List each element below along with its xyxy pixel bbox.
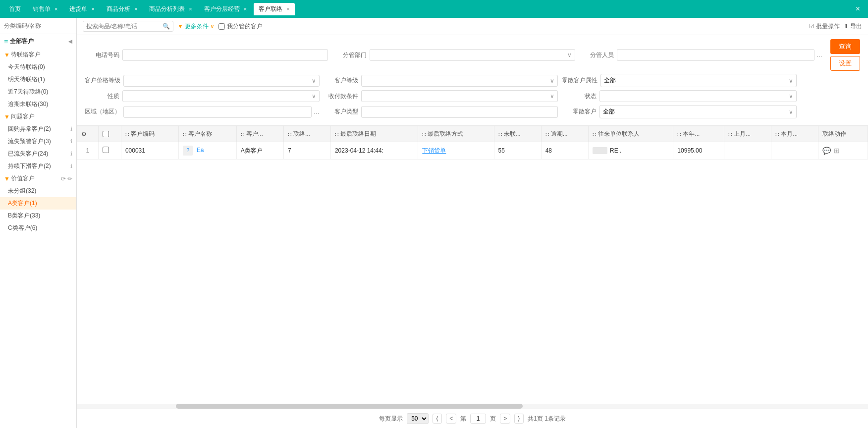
- nav-tab-analysis-list[interactable]: 商品分析列表 ×: [144, 3, 197, 15]
- dept-select[interactable]: ∨: [370, 49, 575, 61]
- tab-analysis-close[interactable]: ×: [134, 6, 137, 12]
- nature-chevron: ∨: [312, 93, 316, 100]
- sidebar-item-tomorrow[interactable]: 明天待联络(1): [0, 73, 76, 86]
- phone-input[interactable]: [122, 49, 328, 61]
- dept-chevron: ∨: [567, 52, 572, 58]
- setting-button[interactable]: 设置: [830, 56, 860, 71]
- sidebar-item-declining[interactable]: 持续下滑客户(2) ℹ: [0, 160, 76, 172]
- th-overdue[interactable]: ∷ 逾期...: [541, 126, 588, 142]
- my-customer-checkbox[interactable]: 我分管的客户: [218, 22, 263, 31]
- sidebar-item-abnormal-repurchase[interactable]: 回购异常客户(2) ℹ: [0, 123, 76, 135]
- nav-home[interactable]: 首页: [4, 3, 26, 15]
- row-last-method[interactable]: 下销货单: [418, 142, 494, 160]
- manager-dots[interactable]: …: [816, 52, 822, 58]
- customer-type-input[interactable]: [361, 106, 558, 118]
- th-last-month[interactable]: ∷ 上月...: [724, 126, 771, 142]
- sidebar-collapse-icon[interactable]: ◀: [68, 39, 72, 44]
- status-select[interactable]: ∨: [599, 90, 797, 102]
- pending-contact-group[interactable]: ▼ 待联络客户: [0, 49, 76, 61]
- tab-purchase-close[interactable]: ×: [91, 6, 94, 12]
- nav-tab-customer-contact[interactable]: 客户联络 ×: [254, 3, 294, 15]
- sidebar-item-overdue[interactable]: 逾期未联络(30): [0, 98, 76, 110]
- tab-sales-close[interactable]: ×: [54, 6, 57, 12]
- value-group-icons[interactable]: ⟳ ✏: [61, 175, 72, 182]
- select-all-checkbox[interactable]: [103, 131, 109, 137]
- filter-phone: 电话号码: [85, 49, 328, 61]
- th-name[interactable]: ∷ 客户名称: [179, 126, 236, 142]
- price-level-select[interactable]: ∨: [123, 75, 320, 87]
- scrollbar-thumb[interactable]: [176, 404, 523, 409]
- horizontal-scrollbar[interactable]: [77, 404, 868, 409]
- th-checkbox[interactable]: [98, 126, 121, 142]
- nature-select[interactable]: ∨: [122, 90, 320, 102]
- retail-attr-select[interactable]: 全部 ∨: [600, 74, 797, 87]
- customer-level-select[interactable]: ∨: [361, 75, 558, 87]
- filter-customer-level: 客户等级 ∨: [324, 75, 558, 87]
- th-this-year[interactable]: ∷ 本年...: [673, 126, 724, 142]
- th-contact-person[interactable]: ∷ 往来单位联系人: [588, 126, 673, 142]
- category-search-input[interactable]: [4, 22, 77, 29]
- sidebar-item-loss-warning[interactable]: 流失预警客户(3) ℹ: [0, 135, 76, 148]
- th-last-date[interactable]: ∷ 最后联络日期: [330, 126, 418, 142]
- manager-input[interactable]: [617, 49, 814, 61]
- last-page-button[interactable]: ⟩: [514, 414, 524, 424]
- nav-tab-analysis[interactable]: 商品分析 ×: [102, 3, 142, 15]
- close-all-button[interactable]: ×: [852, 4, 864, 13]
- sidebar-item-class-a[interactable]: A类客户(1): [0, 197, 76, 210]
- problem-arrow: ▼: [4, 113, 10, 120]
- sidebar-item-lost[interactable]: 已流失客户(24) ℹ: [0, 148, 76, 160]
- page-size-select[interactable]: 50: [407, 413, 429, 424]
- sidebar-item-class-b[interactable]: B类客户(33): [0, 210, 76, 222]
- sidebar-item-ungrouped[interactable]: 未分组(32): [0, 185, 76, 197]
- tab-analysis-list-close[interactable]: ×: [189, 6, 192, 12]
- value-customers-group[interactable]: ▼ 价值客户 ⟳ ✏: [0, 172, 76, 185]
- search-input[interactable]: [86, 23, 161, 30]
- th-contact-count[interactable]: ∷ 联络...: [283, 126, 330, 142]
- last-method-link[interactable]: 下销货单: [422, 147, 446, 154]
- my-customer-check-input[interactable]: [218, 23, 225, 30]
- problem-customers-group[interactable]: ▼ 问题客户: [0, 110, 76, 123]
- tab-customer-tier-close[interactable]: ×: [244, 6, 247, 12]
- retail-customer-select[interactable]: 全部 ∨: [599, 105, 797, 118]
- content-area: 🔍 ▼ 更多条件 ∨ 我分管的客户 ☑ 批量操作 ⬆ 导出: [77, 18, 868, 428]
- th-no-contact[interactable]: ∷ 未联...: [494, 126, 541, 142]
- all-customers-header[interactable]: ≡ 全部客户 ◀: [0, 34, 76, 49]
- sidebar-item-today[interactable]: 今天待联络(0): [0, 61, 76, 73]
- filter-row-1: 电话号码 分管部门 ∨ 分管人员 …: [85, 39, 860, 71]
- payment-select[interactable]: ∨: [361, 90, 558, 102]
- contact-person-text: RE .: [610, 147, 621, 154]
- tab-customer-contact-close[interactable]: ×: [286, 6, 289, 12]
- search-icon[interactable]: 🔍: [163, 23, 170, 30]
- nav-tab-purchase[interactable]: 进货单 ×: [64, 3, 99, 15]
- row-name[interactable]: ? Ea: [179, 142, 236, 160]
- chat-icon[interactable]: 💬: [822, 147, 831, 155]
- th-level[interactable]: ∷ 客户...: [236, 126, 283, 142]
- export-button[interactable]: ⬆ 导出: [844, 22, 862, 31]
- toolbar: 🔍 ▼ 更多条件 ∨ 我分管的客户 ☑ 批量操作 ⬆ 导出: [77, 18, 868, 35]
- query-button[interactable]: 查询: [830, 39, 860, 54]
- pending-contact-label: 待联络客户: [11, 51, 41, 59]
- home-label: 首页: [9, 5, 21, 13]
- row-checkbox[interactable]: [98, 142, 121, 160]
- prev-page-button[interactable]: <: [446, 414, 456, 424]
- row-check[interactable]: [103, 147, 109, 153]
- toolbar-right: ☑ 批量操作 ⬆ 导出: [809, 22, 862, 31]
- page-number-input[interactable]: [470, 414, 486, 424]
- sidebar-item-7days[interactable]: 近7天待联络(0): [0, 86, 76, 98]
- th-gear[interactable]: ⚙: [77, 126, 99, 142]
- sidebar-item-class-c[interactable]: C类客户(6): [0, 222, 76, 234]
- batch-op-button[interactable]: ☑ 批量操作: [809, 22, 840, 31]
- grid-icon[interactable]: ⊞: [834, 147, 840, 155]
- filter-dept: 分管部门 ∨: [332, 49, 575, 61]
- more-filter-button[interactable]: ▼ 更多条件 ∨: [177, 22, 215, 31]
- th-last-method[interactable]: ∷ 最后联络方式: [418, 126, 494, 142]
- th-code[interactable]: ∷ 客户编码: [121, 126, 178, 142]
- nav-tab-sales[interactable]: 销售单 ×: [28, 3, 62, 15]
- first-page-button[interactable]: ⟨: [433, 414, 442, 424]
- region-dots[interactable]: …: [314, 108, 320, 115]
- th-this-month[interactable]: ∷ 本月...: [771, 126, 818, 142]
- region-input[interactable]: [123, 106, 312, 118]
- next-page-button[interactable]: >: [500, 414, 510, 424]
- row-gear: 1: [77, 142, 99, 160]
- nav-tab-customer-tier[interactable]: 客户分层经营 ×: [199, 3, 252, 15]
